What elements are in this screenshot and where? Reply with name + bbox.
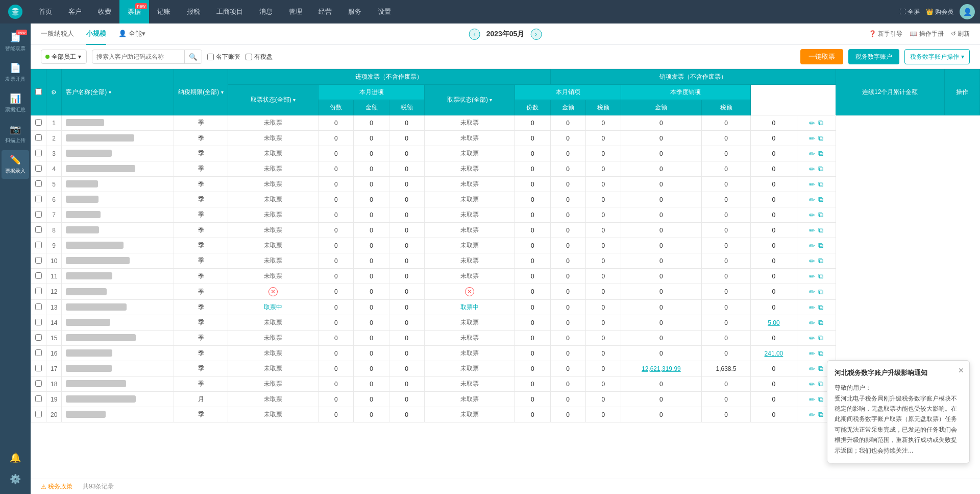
nav-message[interactable]: 消息 [251,0,281,23]
quarter-amount[interactable]: 12,621,319.99 [642,365,681,372]
guide-btn[interactable]: ❓ 新手引导 [869,30,902,38]
quick-get-btn[interactable]: 一键取票 [800,49,843,64]
copy-icon[interactable]: ⧉ [818,318,823,327]
prev-month-btn[interactable]: ‹ [469,29,480,40]
row-checkbox[interactable] [35,119,42,126]
copy-icon[interactable]: ⧉ [818,303,823,312]
sidebar-item-scan[interactable]: 📷 扫描上传 [2,120,29,148]
nav-fee[interactable]: 收费 [90,0,119,23]
checkbox-my-accounts[interactable]: 名下账套 [207,53,240,61]
copy-icon[interactable]: ⧉ [818,134,823,143]
row-checkbox[interactable] [35,319,42,325]
copy-icon[interactable]: ⧉ [818,210,823,219]
edit-icon[interactable]: ✏ [809,165,815,173]
copy-icon[interactable]: ⧉ [818,272,823,280]
edit-icon[interactable]: ✏ [809,395,815,404]
refresh-btn[interactable]: ↺ 刷新 [951,30,970,38]
edit-icon[interactable]: ✏ [809,226,815,234]
nav-customer[interactable]: 客户 [60,0,90,23]
edit-icon[interactable]: ✏ [809,288,815,296]
copy-icon[interactable]: ⧉ [818,334,823,342]
sidebar-item-entry[interactable]: ✏️ 票据录入 [2,150,29,179]
copy-icon[interactable]: ⧉ [818,256,823,265]
row-checkbox[interactable] [35,226,42,233]
copy-icon[interactable]: ⧉ [818,180,823,189]
edit-icon[interactable]: ✏ [809,180,815,189]
copy-icon[interactable]: ⧉ [818,149,823,158]
edit-icon[interactable]: ✏ [809,196,815,204]
copy-icon[interactable]: ⧉ [818,380,823,388]
row-checkbox[interactable] [35,365,42,371]
tax-action-btn[interactable]: 税务数字账户操作 ▾ [904,49,970,64]
nav-commerce[interactable]: 工商项目 [208,0,251,23]
nav-operation[interactable]: 经营 [310,0,340,23]
manual-btn[interactable]: 📖 操作手册 [910,30,943,38]
nav-manage[interactable]: 管理 [281,0,310,23]
edit-icon[interactable]: ✏ [809,134,815,143]
sidebar-item-config[interactable]: ⚙️ [2,469,29,489]
nav-settings[interactable]: 设置 [370,0,399,23]
tab-small-scale[interactable]: 小规模 [86,23,106,45]
edit-icon[interactable]: ✏ [809,334,815,342]
edit-icon[interactable]: ✏ [809,411,815,419]
copy-icon[interactable]: ⧉ [818,195,823,204]
fullscreen-btn[interactable]: ⛶ 全屏 [899,8,919,16]
sidebar-item-smart-ticket[interactable]: 🧾 智能取票 new [2,28,29,56]
row-checkbox[interactable] [35,180,42,187]
tax-policy-link[interactable]: ⚠ 税务政策 [41,482,72,491]
edit-icon[interactable]: ✏ [809,380,815,388]
tab-all[interactable]: 👤 全能 [118,23,145,45]
notification-close-btn[interactable]: ✕ [958,365,964,376]
copy-icon[interactable]: ⧉ [818,119,823,127]
nav-home[interactable]: 首页 [31,0,60,23]
edit-icon[interactable]: ✏ [809,303,815,312]
nav-ticket[interactable]: 票据 new [119,0,149,23]
row-checkbox[interactable] [35,196,42,202]
copy-icon[interactable]: ⧉ [818,395,823,404]
nav-bookkeeping[interactable]: 记账 [149,0,179,23]
edit-icon[interactable]: ✏ [809,211,815,219]
tax-account-btn[interactable]: 税务数字账户 [848,49,899,64]
nav-service[interactable]: 服务 [340,0,370,23]
checkbox-has-taxdisk[interactable]: 有税盘 [246,53,273,61]
sidebar-item-summary[interactable]: 📊 票据汇总 [2,89,29,117]
sidebar-item-invoice[interactable]: 📄 发票开具 [2,58,29,87]
avatar[interactable]: 👤 [960,4,975,19]
edit-icon[interactable]: ✏ [809,119,815,127]
edit-icon[interactable]: ✏ [809,349,815,358]
has-taxdisk-checkbox[interactable] [246,54,252,60]
sidebar-item-notify[interactable]: 🔔 [2,448,29,467]
copy-icon[interactable]: ⧉ [818,288,823,296]
edit-icon[interactable]: ✏ [809,365,815,373]
copy-icon[interactable]: ⧉ [818,410,823,419]
acc12-amount[interactable]: 241.00 [765,350,783,357]
my-accounts-checkbox[interactable] [207,54,214,60]
edit-icon[interactable]: ✏ [809,242,815,250]
select-all-checkbox[interactable] [35,88,42,95]
search-button[interactable]: 🔍 [184,50,202,64]
employee-select[interactable]: 全部员工 ▾ [41,50,87,64]
edit-icon[interactable]: ✏ [809,272,815,280]
row-checkbox[interactable] [35,211,42,218]
search-input[interactable] [92,53,184,60]
member-btn[interactable]: 👑 购会员 [926,8,953,16]
copy-icon[interactable]: ⧉ [818,241,823,250]
copy-icon[interactable]: ⧉ [818,364,823,373]
row-checkbox[interactable] [35,349,42,356]
edit-icon[interactable]: ✏ [809,319,815,327]
row-checkbox[interactable] [35,165,42,172]
edit-icon[interactable]: ✏ [809,257,815,265]
row-checkbox[interactable] [35,272,42,279]
row-checkbox[interactable] [35,242,42,248]
tab-general-taxpayer[interactable]: 一般纳税人 [41,23,74,45]
row-checkbox[interactable] [35,411,42,417]
acc12-amount[interactable]: 5.00 [768,319,779,326]
row-checkbox[interactable] [35,380,42,387]
row-checkbox[interactable] [35,288,42,294]
row-checkbox[interactable] [35,150,42,156]
next-month-btn[interactable]: › [530,29,542,40]
row-checkbox[interactable] [35,303,42,310]
copy-icon[interactable]: ⧉ [818,164,823,173]
row-checkbox[interactable] [35,257,42,264]
copy-icon[interactable]: ⧉ [818,349,823,358]
